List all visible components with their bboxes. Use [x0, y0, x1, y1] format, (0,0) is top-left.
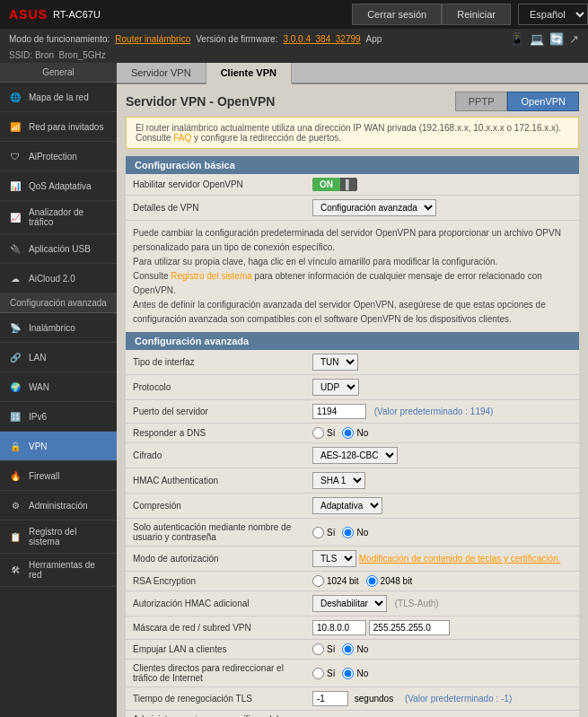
- puerto-input[interactable]: [312, 404, 366, 419]
- usb-icon: 🔌: [7, 240, 23, 257]
- sidebar-item-qos[interactable]: 📊 QoS Adaptativa: [0, 171, 117, 201]
- table-row: Administrar opciones específicas del cli…: [126, 711, 579, 718]
- sidebar-label-herramientas: Herramientas de red: [29, 560, 110, 580]
- firewall-icon: 🔥: [7, 468, 23, 484]
- firmware-value[interactable]: 3.0.0.4_384_32799: [283, 34, 360, 44]
- cifrado-label: Cifrado: [126, 443, 305, 468]
- sidebar-item-invitados[interactable]: 📶 Red para invitados: [0, 112, 117, 142]
- cifrado-select[interactable]: AES-128-CBC: [312, 447, 398, 464]
- tipo-select[interactable]: TUN: [312, 354, 358, 371]
- on-toggle[interactable]: ON ▌: [312, 178, 357, 191]
- clientes-no-label[interactable]: No: [342, 668, 368, 679]
- aiprotection-icon: 🛡: [7, 148, 23, 164]
- modo-auth-label: Modo de autorización: [126, 546, 305, 572]
- tab-servidor[interactable]: Servidor VPN: [117, 63, 206, 83]
- hmac-select[interactable]: SHA 1: [312, 472, 365, 489]
- registro-link[interactable]: Registro del sistema: [171, 271, 252, 281]
- cifrado-control: AES-128-CBC: [305, 443, 579, 468]
- solo-auth-si-radio[interactable]: [312, 527, 324, 538]
- empujar-no-label[interactable]: No: [342, 643, 368, 655]
- empujar-si-label[interactable]: Sí: [312, 643, 335, 655]
- clientes-si-radio[interactable]: [312, 668, 324, 679]
- rsa-1024-radio[interactable]: [312, 575, 324, 587]
- sidebar-item-administracion[interactable]: ⚙ Administración: [0, 491, 117, 520]
- sidebar-item-usb[interactable]: 🔌 Aplicación USB: [0, 234, 117, 264]
- header-buttons: Cerrar sesión Reiniciar Español: [352, 4, 588, 25]
- pptp-button[interactable]: PPTP: [455, 92, 508, 111]
- info-text-3: Consulte Registro del sistema para obten…: [133, 269, 572, 298]
- clientes-si-label[interactable]: Sí: [312, 668, 335, 679]
- puerto-hint: (Valor predeterminado : 1194): [374, 407, 494, 416]
- sidebar-item-aiprotection[interactable]: 🛡 AiProtection: [0, 142, 117, 171]
- dns-si-radio[interactable]: [312, 427, 324, 439]
- sidebar-item-trafico[interactable]: 📈 Analizador de tráfico: [0, 201, 117, 234]
- solo-auth-no-label[interactable]: No: [342, 527, 368, 538]
- on-label: ON: [312, 178, 340, 191]
- solo-auth-control: Sí No: [305, 519, 579, 546]
- mapa-icon: 🌐: [7, 89, 23, 105]
- info-block: Puede cambiar la configuración predeterm…: [126, 221, 579, 332]
- sidebar-label-qos: QoS Adaptativa: [29, 181, 92, 191]
- sidebar-item-firewall[interactable]: 🔥 Firewall: [0, 461, 117, 491]
- table-row: RSA Encryption 1024 bit 2048 bit: [126, 572, 579, 591]
- renegociacion-unit: segundos: [355, 694, 393, 704]
- clientes-no-radio[interactable]: [342, 668, 354, 679]
- habilitar-label: Habilitar servidor OpenVPN: [126, 174, 305, 196]
- empujar-no-radio[interactable]: [342, 643, 354, 655]
- rsa-2048-label[interactable]: 2048 bit: [366, 575, 413, 587]
- sidebar-label-aiprotection: AiProtection: [29, 152, 77, 162]
- renegociacion-input[interactable]: [312, 691, 348, 706]
- sidebar-item-inalambrico[interactable]: 📡 Inalámbrico: [0, 313, 117, 343]
- mode-toggle: PPTP OpenVPN: [455, 92, 579, 111]
- faq-link[interactable]: FAQ: [173, 133, 191, 143]
- sidebar-item-vpn[interactable]: 🔒 VPN: [0, 432, 117, 461]
- sidebar-label-wan: WAN: [29, 382, 49, 392]
- sidebar-item-lan[interactable]: 🔗 LAN: [0, 343, 117, 372]
- solo-auth-label: Solo autenticación mediante nombre de us…: [126, 519, 305, 546]
- modo-value[interactable]: Router inalámbrico: [115, 34, 190, 44]
- table-row: Puerto del servidor (Valor predeterminad…: [126, 400, 579, 424]
- table-row: Clientes directos para redireccionar el …: [126, 660, 579, 687]
- protocolo-select[interactable]: UDP: [312, 379, 359, 396]
- sidebar-item-ipv6[interactable]: 🔢 IPv6: [0, 402, 117, 432]
- reiniciar-button[interactable]: Reiniciar: [442, 4, 511, 25]
- sidebar-item-registro[interactable]: 📋 Registro del sistema: [0, 520, 117, 554]
- solo-auth-si-label[interactable]: Sí: [312, 527, 335, 538]
- icon-arrow[interactable]: ↗: [569, 32, 579, 46]
- modo-auth-select[interactable]: TLS: [312, 550, 356, 567]
- modo-auth-link[interactable]: Modificación de contenido de teclas y ce…: [359, 554, 561, 564]
- dns-si-label[interactable]: Sí: [312, 427, 335, 439]
- openvpn-button[interactable]: OpenVPN: [507, 92, 579, 111]
- solo-auth-no-radio[interactable]: [342, 527, 354, 538]
- icon-refresh[interactable]: 🔄: [549, 32, 564, 46]
- sidebar-label-registro: Registro del sistema: [29, 527, 110, 546]
- main-layout: General 🌐 Mapa de la red 📶 Red para invi…: [0, 63, 588, 717]
- compresion-select[interactable]: Adaptativa: [312, 497, 382, 514]
- dns-no-radio[interactable]: [342, 427, 354, 439]
- tab-cliente[interactable]: Cliente VPN: [206, 63, 292, 84]
- tab-bar: Servidor VPN Cliente VPN: [117, 63, 588, 84]
- detalles-select[interactable]: Configuración avanzada: [312, 199, 436, 216]
- rsa-2048-radio[interactable]: [366, 575, 378, 587]
- cerrar-sesion-button[interactable]: Cerrar sesión: [352, 4, 442, 25]
- language-select[interactable]: Español: [518, 4, 588, 25]
- empujar-si-radio[interactable]: [312, 643, 324, 655]
- sidebar-item-mapa[interactable]: 🌐 Mapa de la red: [0, 83, 117, 112]
- sidebar: General 🌐 Mapa de la red 📶 Red para invi…: [0, 63, 117, 717]
- sidebar-item-wan[interactable]: 🌍 WAN: [0, 372, 117, 402]
- logo-model: RT-AC67U: [53, 9, 101, 20]
- auto-hmac-select[interactable]: Deshabilitar: [312, 595, 387, 612]
- sidebar-item-aicloud[interactable]: ☁ AiCloud 2.0: [0, 264, 117, 293]
- sidebar-label-lan: LAN: [29, 353, 46, 363]
- mascara-ip-input[interactable]: [312, 620, 366, 635]
- mascara-sub-input[interactable]: [369, 620, 450, 635]
- registro-icon: 📋: [7, 529, 23, 545]
- ipv6-icon: 🔢: [7, 408, 23, 424]
- protocolo-control: UDP: [305, 375, 579, 400]
- rsa-1024-label[interactable]: 1024 bit: [312, 575, 359, 587]
- content-area: Servidor VPN Cliente VPN Servidor VPN - …: [117, 63, 588, 717]
- dns-no-label[interactable]: No: [342, 427, 368, 439]
- icon-app1[interactable]: 📱: [510, 32, 524, 46]
- sidebar-item-herramientas[interactable]: 🛠 Herramientas de red: [0, 554, 117, 587]
- icon-app2[interactable]: 💻: [530, 32, 544, 46]
